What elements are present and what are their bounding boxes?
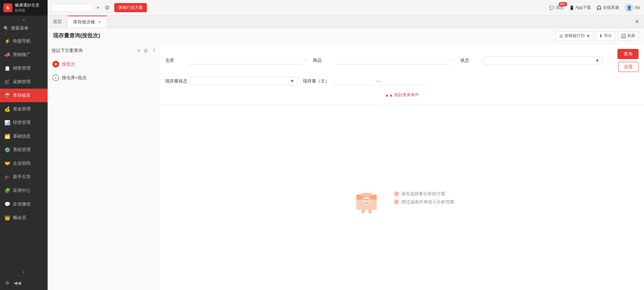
filter-header: 按以下方案查询 ＋ ⊙ 《 <box>48 44 159 57</box>
svg-point-6 <box>365 199 366 200</box>
product-more-icon[interactable]: ··· <box>452 58 455 63</box>
industry-btn[interactable]: 体验行业方案 <box>114 3 147 12</box>
page-content: 现存量查询(按批次) 🖨 按模板打印 ▼ ⬆ 导出 🔄 刷新 <box>48 28 644 290</box>
sidebar-item-base-info[interactable]: 🗂️ 基础信息 <box>0 129 48 143</box>
hint-text-1: 请先选择要分析的方案 <box>401 191 445 197</box>
sidebar-item-label: 库存核算 <box>13 92 31 98</box>
status-select[interactable]: ▼ <box>484 56 603 65</box>
guide-icon: 🎓 <box>4 174 10 180</box>
settings-icon[interactable]: ⚙ <box>3 279 11 287</box>
app-download-btn[interactable]: 📱 App下载 <box>569 5 591 11</box>
tab-panel-close-btn[interactable]: ✕ <box>630 18 644 25</box>
sidebar-scroll-up[interactable]: ▲ <box>0 16 48 22</box>
quick-nav-icon: ⚡ <box>4 38 10 44</box>
sidebar-item-operations[interactable]: 📊 经营管理 <box>0 116 48 129</box>
query-btn[interactable]: 查询 <box>617 49 639 59</box>
topbar-right: 💬 消息 99+ 📱 App下载 🎧 在线客服 👤 Rit <box>549 3 640 12</box>
hint-item-1: 1 请先选择要分析的方案 <box>394 191 454 197</box>
sidebar-scroll-down[interactable]: ▼ <box>0 269 48 275</box>
sidebar-item-sales[interactable]: 📋 销售管理 <box>0 61 48 75</box>
page-header-actions: 🖨 按模板打印 ▼ ⬆ 导出 🔄 刷新 <box>556 31 639 40</box>
online-service-label: 在线客服 <box>603 5 619 11</box>
sidebar-search-label: 搜索菜单 <box>11 25 29 31</box>
inventory-status-chevron-icon: ▼ <box>290 78 294 84</box>
sidebar-item-label: 经营管理 <box>13 120 31 126</box>
sidebar-item-inventory[interactable]: 📦 库存核算 <box>0 89 48 102</box>
sidebar-item-label: 企业协同 <box>13 160 31 166</box>
avatar-placeholder-icon: 👤 <box>627 5 632 10</box>
topbar-chevron-icon[interactable]: ▼ <box>96 5 100 10</box>
sales-icon: 📋 <box>4 65 10 71</box>
status-chevron-icon: ▼ <box>595 58 599 63</box>
print-template-btn[interactable]: 🖨 按模板打印 ▼ <box>556 31 593 40</box>
refresh-btn[interactable]: 🔄 刷新 <box>618 31 639 40</box>
svg-point-7 <box>367 199 369 200</box>
warehouse-field: 仓库 ··· <box>165 56 307 65</box>
filter-collapse-icon[interactable]: 《 <box>151 48 155 54</box>
sidebar-item-system[interactable]: ⚙️ 系统管理 <box>0 143 48 157</box>
tab-inventory-batch-label: 库存批次账 <box>73 19 95 25</box>
range-dash: — <box>376 78 381 84</box>
inventory-qty-from-input[interactable] <box>332 77 373 85</box>
sidebar-footer: ⚙ ◀◀ <box>0 275 48 290</box>
collapse-more-conditions-btn[interactable]: ▲▲ 收起更多条件 <box>165 90 639 100</box>
app-download-icon: 📱 <box>569 5 574 10</box>
online-service-btn[interactable]: 🎧 在线客服 <box>596 5 619 11</box>
inventory-status-field: 现存量状态 ▼ <box>165 77 298 85</box>
hint-text-2: 用过滤条件来缩小分析范围 <box>401 199 454 205</box>
empty-state-content: 1 请先选择要分析的方案 2 用过滤条件来缩小分析范围 <box>350 181 454 215</box>
tab-home-label: 首页 <box>53 19 62 25</box>
sidebar-item-wechat[interactable]: 💬 企业微信 <box>0 197 48 211</box>
sidebar-item-finance[interactable]: 💰 资金管理 <box>0 102 48 116</box>
sidebar-item-label: 新手引导 <box>13 174 31 180</box>
inventory-qty-to-input[interactable] <box>384 77 425 85</box>
sidebar-item-guide[interactable]: 🎓 新手引导 <box>0 170 48 184</box>
export-btn[interactable]: ⬆ 导出 <box>596 31 615 40</box>
settings-btn[interactable]: 设置 <box>618 62 639 72</box>
status-field: 状态 ▼ <box>460 56 603 65</box>
wechat-icon: 💬 <box>4 201 10 207</box>
topbar-search-input[interactable] <box>52 4 92 12</box>
filter-item-warehouse-batch-label: 按仓库+批次 <box>62 75 87 81</box>
empty-state-area: 1 请先选择要分析的方案 2 用过滤条件来缩小分析范围 <box>160 105 644 290</box>
sidebar-item-purchase[interactable]: 🛒 采购管理 <box>0 75 48 89</box>
messages-btn[interactable]: 💬 消息 99+ <box>549 5 564 11</box>
tabbar: 首页 库存批次账 ✕ ✕ <box>48 16 644 28</box>
marketing-icon: 📣 <box>4 52 10 58</box>
inventory-status-select[interactable]: ▼ <box>190 77 298 85</box>
messages-icon: 💬 <box>549 5 554 10</box>
sidebar-item-app-center[interactable]: 🧩 应用中心 <box>0 184 48 197</box>
search-icon: 🔍 <box>3 26 9 31</box>
warehouse-input[interactable] <box>188 56 301 65</box>
warehouse-more-icon[interactable]: ··· <box>304 58 307 63</box>
sidebar-item-quick-nav[interactable]: ⚡ 快捷导航 <box>0 34 48 48</box>
filter-settings-icon[interactable]: ⊙ <box>144 48 148 53</box>
product-label: 商品 <box>313 57 333 64</box>
sidebar-item-member[interactable]: 👑 畅会员 <box>0 211 48 224</box>
tab-inventory-batch[interactable]: 库存批次账 ✕ <box>68 16 107 28</box>
tab-home[interactable]: 首页 <box>48 16 68 28</box>
hint-num-1: 1 <box>394 191 399 197</box>
export-icon: ⬆ <box>599 34 603 38</box>
svg-point-5 <box>362 197 371 205</box>
sidebar-item-label: 系统管理 <box>13 147 31 153</box>
filter-item-by-warehouse-batch[interactable]: 按仓库+批次 <box>48 71 159 85</box>
add-filter-icon[interactable]: ＋ <box>136 48 141 54</box>
sidebar-item-enterprise[interactable]: 🤝 企业协同 <box>0 157 48 170</box>
sidebar-search[interactable]: 🔍 搜索菜单 <box>0 22 48 34</box>
collapse-sidebar-icon[interactable]: ◀◀ <box>14 279 21 287</box>
inventory-qty-field: 现存量（主） — <box>303 77 435 85</box>
query-form: 仓库 ··· 商品 ··· 状态 <box>160 44 644 105</box>
topbar: ▼ ⚙ 体验行业方案 💬 消息 99+ 📱 App下载 🎧 在线客服 👤 Rit <box>48 0 644 16</box>
refresh-label: 刷新 <box>627 33 635 39</box>
collapse-label: 收起更多条件 <box>394 92 419 98</box>
filter-item-by-batch[interactable]: 按批次 <box>48 57 159 71</box>
topbar-gear-icon[interactable]: ⚙ <box>105 4 109 11</box>
user-avatar[interactable]: 👤 Rit <box>625 3 640 12</box>
product-input[interactable] <box>336 56 449 65</box>
inventory-icon: 📦 <box>4 92 10 98</box>
sidebar-item-marketing[interactable]: 📣 营销推广 <box>0 48 48 61</box>
tab-close-icon[interactable]: ✕ <box>98 20 101 24</box>
query-row-1: 仓库 ··· 商品 ··· 状态 <box>165 49 639 72</box>
sidebar-item-label: 畅会员 <box>13 215 26 221</box>
